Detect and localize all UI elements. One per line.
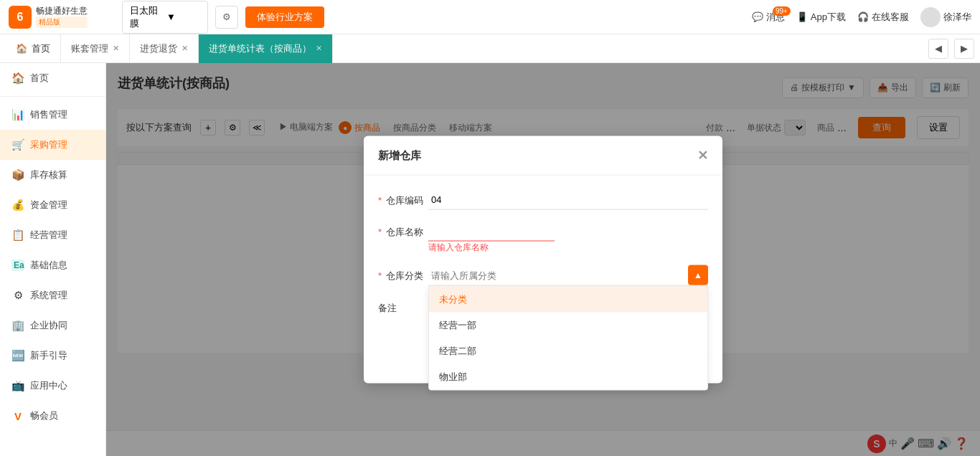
sidebar-item-finance[interactable]: 💰 资金管理 <box>0 190 105 220</box>
sidebar-label-inventory: 库存核算 <box>30 168 67 181</box>
sidebar-label-sales: 销售管理 <box>30 108 67 121</box>
dropdown-option-dept2[interactable]: 经营二部 <box>429 338 707 364</box>
logo-icon: 6 <box>9 6 32 29</box>
category-label: * 仓库分类 <box>378 265 428 282</box>
sidebar-item-enterprise[interactable]: 🏢 企业协同 <box>0 310 105 341</box>
home-icon: 🏠 <box>16 43 27 54</box>
category-dropdown-list: 未分类 经营一部 经营二部 物业部 <box>428 286 708 391</box>
notes-label: 备注 <box>378 298 428 315</box>
username: 徐泽华 <box>943 11 971 24</box>
online-service-button[interactable]: 🎧 在线客服 <box>857 11 909 24</box>
tab-accounts[interactable]: 账套管理 ✕ <box>61 34 130 63</box>
guide-icon: 🆕 <box>11 349 24 362</box>
tab-purchase-return-label: 进货退货 <box>140 42 177 55</box>
sidebar-item-basic[interactable]: Ea 基础信息 <box>0 250 105 280</box>
sidebar-label-appcenter: 应用中心 <box>30 379 67 392</box>
app-download-button[interactable]: 📱 App下载 <box>796 11 846 24</box>
tab-home[interactable]: 🏠 首页 <box>6 34 61 63</box>
tab-bar: 🏠 首页 账套管理 ✕ 进货退货 ✕ 进货单统计表（按商品） ✕ ◀ ▶ <box>0 34 980 63</box>
warehouse-code-input[interactable] <box>428 190 708 210</box>
dropdown-arrow-button[interactable]: ▲ <box>688 265 708 285</box>
notifications-badge: 99+ <box>773 6 791 16</box>
message-icon: 💬 <box>752 11 763 22</box>
finance-icon: 💰 <box>11 199 24 212</box>
headphone-icon: 🎧 <box>857 11 869 22</box>
phone-icon: 📱 <box>796 11 808 22</box>
sidebar-label-purchase: 采购管理 <box>30 138 67 151</box>
modal-header: 新增仓库 ✕ <box>364 136 722 176</box>
sidebar-label-guide: 新手引导 <box>30 349 67 362</box>
avatar <box>920 7 941 27</box>
tab-prev-button[interactable]: ◀ <box>928 39 948 59</box>
code-label: * 仓库编码 <box>378 190 428 207</box>
user-profile[interactable]: 徐泽华 <box>920 7 971 27</box>
tab-next-button[interactable]: ▶ <box>954 39 974 59</box>
app-download-label: App下载 <box>811 11 846 24</box>
appcenter-icon: 📺 <box>11 379 24 392</box>
tab-home-label: 首页 <box>32 42 50 55</box>
sidebar-label-finance: 资金管理 <box>30 199 67 212</box>
sidebar-label-operation: 经营管理 <box>30 229 67 242</box>
store-selector[interactable]: 日太阳膜 ▼ <box>122 1 208 34</box>
sidebar-label-basic: 基础信息 <box>30 259 67 272</box>
sidebar-item-purchase[interactable]: 🛒 采购管理 <box>0 130 105 160</box>
home-icon: 🏠 <box>11 72 24 85</box>
sales-icon: 📊 <box>11 108 24 121</box>
top-header: 6 畅捷通好生意 精品版 日太阳膜 ▼ ⚙ 体验行业方案 💬 消息 99+ 📱 … <box>0 0 980 34</box>
tab-accounts-label: 账套管理 <box>71 42 108 55</box>
sidebar-item-inventory[interactable]: 📦 库存核算 <box>0 160 105 190</box>
modal-body: * 仓库编码 * 仓库名称 <box>364 176 722 343</box>
header-right: 💬 消息 99+ 📱 App下载 🎧 在线客服 徐泽华 <box>752 7 971 27</box>
required-star-3: * <box>378 270 382 281</box>
dropdown-option-property[interactable]: 物业部 <box>429 364 707 390</box>
warehouse-name-inner: * 仓库名称 <box>378 222 555 242</box>
operation-icon: 📋 <box>11 229 24 242</box>
sidebar-label-vip: 畅会员 <box>30 409 58 422</box>
enterprise-icon: 🏢 <box>11 319 24 332</box>
sidebar-item-system[interactable]: ⚙ 系统管理 <box>0 280 105 310</box>
tab-purchase-stats-close[interactable]: ✕ <box>316 44 322 53</box>
vip-icon: V <box>11 410 24 422</box>
main-layout: 🏠 首页 📊 销售管理 🛒 采购管理 📦 库存核算 💰 资金管理 📋 经营管理 … <box>0 63 980 456</box>
sidebar-item-operation[interactable]: 📋 经营管理 <box>0 220 105 250</box>
modal-close-button[interactable]: ✕ <box>697 148 708 163</box>
sidebar-label-home: 首页 <box>30 72 49 85</box>
sidebar-item-guide[interactable]: 🆕 新手引导 <box>0 341 105 371</box>
tab-purchase-stats[interactable]: 进货单统计表（按商品） ✕ <box>199 34 333 63</box>
warehouse-name-input[interactable] <box>428 222 555 242</box>
warehouse-code-row: * 仓库编码 <box>378 190 708 210</box>
tab-purchase-stats-label: 进货单统计表（按商品） <box>209 42 311 55</box>
tab-purchase-return-close[interactable]: ✕ <box>182 44 188 53</box>
dropdown-option-dept1[interactable]: 经营一部 <box>429 313 707 338</box>
purchase-icon: 🛒 <box>11 138 24 151</box>
warehouse-category-row: * 仓库分类 ▲ 未分类 经营一部 经营二部 物业部 <box>378 265 708 286</box>
notifications-button[interactable]: 💬 消息 99+ <box>752 11 785 24</box>
trial-button[interactable]: 体验行业方案 <box>245 6 324 28</box>
sidebar-item-home[interactable]: 🏠 首页 <box>0 63 105 93</box>
tab-accounts-close[interactable]: ✕ <box>113 44 119 53</box>
tab-bar-right: ◀ ▶ <box>928 39 974 59</box>
name-error-msg: 请输入仓库名称 <box>378 242 489 254</box>
sidebar-label-system: 系统管理 <box>30 289 67 302</box>
category-input[interactable] <box>428 265 688 285</box>
logo-name: 畅捷通好生意 <box>36 6 88 17</box>
store-name: 日太阳膜 <box>130 4 164 30</box>
dropdown-option-uncategorized[interactable]: 未分类 <box>429 287 707 313</box>
sidebar: 🏠 首页 📊 销售管理 🛒 采购管理 📦 库存核算 💰 资金管理 📋 经营管理 … <box>0 63 106 456</box>
basic-icon: Ea <box>11 260 24 271</box>
required-star: * <box>378 195 382 206</box>
inventory-icon: 📦 <box>11 168 24 181</box>
sidebar-item-vip[interactable]: V 畅会员 <box>0 401 105 431</box>
online-service-label: 在线客服 <box>872 11 909 24</box>
sidebar-item-sales[interactable]: 📊 销售管理 <box>0 100 105 130</box>
system-icon: ⚙ <box>11 289 24 302</box>
add-warehouse-modal: 新增仓库 ✕ * 仓库编码 * 仓库名称 <box>364 136 722 384</box>
sidebar-item-appcenter[interactable]: 📺 应用中心 <box>0 371 105 401</box>
chevron-down-icon: ▼ <box>166 11 200 22</box>
tab-purchase-return[interactable]: 进货退货 ✕ <box>130 34 199 63</box>
modal-title: 新增仓库 <box>378 148 421 162</box>
required-star-2: * <box>378 227 382 237</box>
logo-badge: 精品版 <box>36 16 88 28</box>
gear-button[interactable]: ⚙ <box>215 6 238 29</box>
sidebar-divider <box>0 96 105 97</box>
